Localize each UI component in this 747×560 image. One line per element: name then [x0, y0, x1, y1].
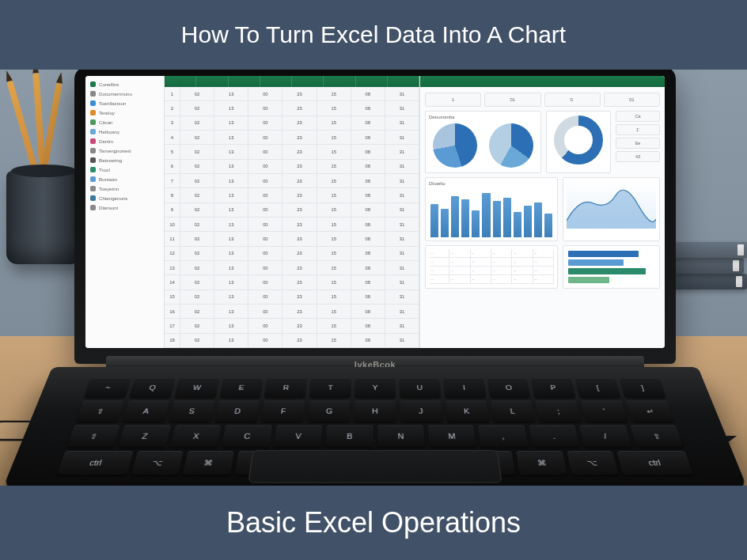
bar	[482, 193, 490, 237]
kpi-card: 0.	[544, 93, 601, 107]
category-color-icon	[90, 148, 96, 153]
grid-cell: 31	[385, 188, 419, 202]
grid-cell: 15	[317, 247, 351, 260]
grid-cell: 23	[282, 101, 317, 115]
category-color-icon	[90, 195, 96, 201]
keyboard-key: U	[399, 378, 441, 398]
keyboard-key: '	[581, 401, 628, 422]
bar	[430, 204, 438, 237]
table-cell: ··	[429, 258, 449, 266]
grid-cell: 31	[385, 174, 419, 187]
keyboard-key: ctrl	[57, 451, 134, 475]
grid-cell: 23	[282, 334, 317, 347]
keyboard-key: X	[170, 425, 222, 447]
category-color-icon	[90, 129, 96, 134]
grid-cell: 02	[180, 188, 214, 202]
grid-cell: 7	[165, 174, 180, 187]
horizontal-bar	[568, 268, 646, 274]
keyboard-key: T	[309, 378, 351, 398]
sidebar-item-label: Citcan	[99, 119, 113, 125]
donut-chart-card	[546, 111, 611, 173]
sidebar-item-label: Trool	[99, 167, 110, 172]
keyboard-key: ⌥	[131, 451, 184, 475]
grid-cell: 15	[317, 188, 351, 202]
trackpad	[248, 450, 502, 482]
keyboard-key: M	[428, 425, 477, 447]
grid-cell: 08	[351, 160, 385, 173]
keyboard-key: ctrl	[616, 451, 693, 475]
grid-row: 102130023150831	[165, 87, 419, 101]
grid-cell: 00	[248, 247, 282, 260]
sidebar-item-label: Buntaan	[99, 176, 117, 182]
keyboard-key: ⇧	[630, 425, 684, 447]
keyboard-key: ]	[619, 378, 665, 398]
grid-cell: 15	[317, 160, 351, 173]
category-color-icon	[90, 186, 96, 191]
area-chart	[567, 181, 656, 229]
grid-cell: 13	[214, 305, 248, 318]
grid-cell: 31	[385, 334, 419, 347]
sidebar-item-label: Docomemnunu	[99, 91, 132, 96]
grid-row: 702130023150831	[165, 174, 419, 188]
grid-cell: 13	[214, 116, 248, 130]
grid-cell: 31	[385, 261, 419, 274]
grid-cell: 00	[248, 319, 282, 332]
table-cell: ··	[449, 258, 470, 266]
grid-cell: 00	[248, 145, 282, 158]
grid-cell: 5	[165, 145, 180, 158]
bar	[472, 210, 480, 237]
grid-cell: 31	[385, 116, 419, 130]
keyboard-key: C	[222, 425, 271, 447]
grid-row: 1302130023150831	[165, 261, 419, 275]
grid-cell: 23	[282, 131, 317, 144]
grid-cell: 15	[317, 261, 351, 274]
grid-cell: 15	[317, 290, 351, 304]
keyboard-key: Q	[129, 378, 175, 398]
category-color-icon	[90, 119, 96, 125]
table-cell: ··	[533, 275, 554, 283]
grid-row: 802130023150831	[165, 188, 419, 202]
table-cell: ··	[491, 258, 512, 266]
keyboard-key: ⇧	[66, 425, 120, 447]
spreadsheet-grid: 1021300231508312021300231508313021300231…	[165, 87, 419, 348]
grid-cell: 16	[165, 305, 180, 318]
grid-cell: 31	[385, 131, 419, 144]
grid-cell: 31	[385, 290, 419, 304]
grid-cell: 31	[385, 305, 419, 318]
bar	[514, 212, 521, 237]
grid-cell: 00	[248, 131, 282, 144]
grid-cell: 1	[165, 87, 180, 100]
app-sidebar: ConellinsDocomemnunuToenllactsunTereloyC…	[85, 76, 165, 348]
keyboard-key: /	[579, 425, 632, 447]
grid-cell: 23	[282, 218, 317, 231]
grid-cell: 31	[385, 145, 419, 158]
sidebar-item: Trool	[89, 166, 161, 173]
side-stat-column: Ca1' Ee43	[616, 111, 660, 173]
sidebar-item: Buntaan	[89, 176, 161, 183]
grid-cell: 23	[282, 275, 317, 289]
laptop-screen: ConellinsDocomemnunuToenllactsunTereloyC…	[85, 76, 665, 348]
keyboard-key: W	[174, 378, 219, 398]
grid-cell: 23	[282, 160, 317, 173]
table-cell: ··	[449, 267, 470, 274]
horizontal-bar	[568, 259, 624, 266]
bar-chart-card: Dboelto	[425, 177, 558, 241]
sidebar-item: Conellins	[89, 81, 161, 88]
table-cell: ··	[429, 267, 449, 274]
grid-cell: 02	[180, 203, 214, 217]
table-cell: ··	[491, 267, 512, 274]
grid-cell: 02	[180, 334, 214, 347]
grid-row: 1202130023150831	[165, 247, 419, 261]
grid-cell: 23	[282, 203, 317, 217]
category-color-icon	[90, 100, 96, 106]
bar	[493, 201, 501, 237]
keyboard-key: H	[354, 401, 396, 422]
laptop-lid: ConellinsDocomemnunuToenllactsunTereloyC…	[74, 70, 676, 364]
top-title-text: How To Turn Excel Data Into A Chart	[181, 21, 566, 48]
grid-cell: 08	[351, 116, 385, 130]
sidebar-item-label: Dlansont	[99, 205, 118, 210]
grid-row: 1702130023150831	[165, 319, 419, 333]
keyboard-key: A	[122, 401, 169, 422]
sidebar-item: Citcan	[89, 119, 161, 126]
grid-cell: 00	[248, 160, 282, 173]
